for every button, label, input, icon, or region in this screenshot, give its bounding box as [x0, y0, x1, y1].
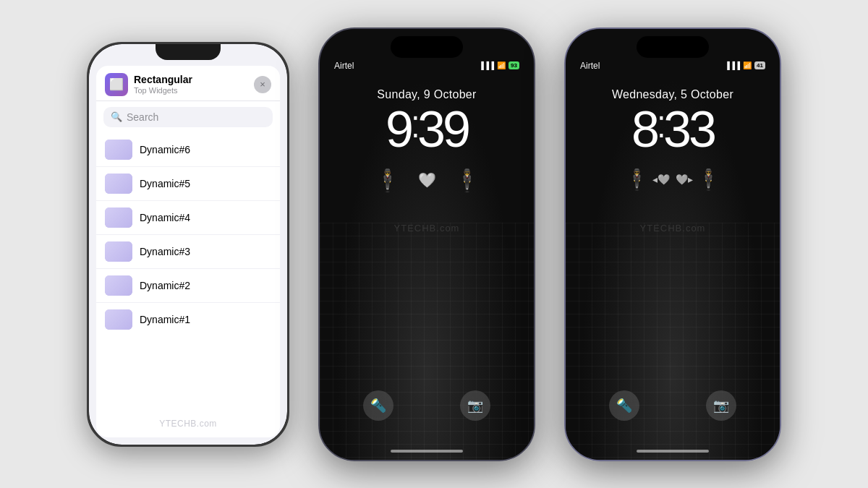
signal-icon: ▐▐▐ — [479, 61, 494, 69]
widget-label-3: Dynamic#3 — [140, 246, 190, 257]
list-item[interactable]: Dynamic#5 — [96, 167, 280, 201]
widget-header: ⬜ Rectangular Top Widgets × — [96, 66, 280, 101]
lock-screen-3: Airtel ▐▐▐ 📶 41 Wednesday, 5 October 8⁚3… — [566, 29, 780, 460]
bottom-controls-2: 🔦 📷 — [320, 390, 534, 450]
power-button — [534, 116, 535, 159]
close-button[interactable]: × — [254, 76, 271, 93]
phone-2: Airtel ▐▐▐ 📶 93 Sunday, 9 October 9⁚39 🕴… — [318, 27, 535, 461]
lock-time-2: 9⁚39 — [320, 104, 534, 155]
stick-figure-right-2: 🕴 — [454, 168, 480, 193]
status-icons-2: ▐▐▐ 📶 93 — [479, 61, 519, 69]
search-bar[interactable]: 🔍 Search — [103, 107, 273, 127]
list-item[interactable]: Dynamic#2 — [96, 269, 280, 303]
dynamic-island-3 — [637, 36, 709, 58]
stick-figure-right-3: 🕴 — [696, 168, 721, 192]
widget-thumb-1 — [105, 309, 132, 330]
carrier-2: Airtel — [334, 61, 354, 71]
widget-thumb-4 — [105, 207, 132, 228]
list-item[interactable]: Dynamic#4 — [96, 201, 280, 235]
lock-screen-2: Airtel ▐▐▐ 📶 93 Sunday, 9 October 9⁚39 🕴… — [320, 29, 534, 460]
time-digits-3: 8⁚33 — [631, 101, 714, 158]
torch-button-2[interactable]: 🔦 — [363, 390, 393, 421]
stick-figure-left-2: 🕴 — [374, 168, 401, 193]
arrow-right-3: 🤍▸ — [676, 174, 693, 185]
torch-button-3[interactable]: 🔦 — [609, 390, 639, 421]
widget-row-3: 🕴 ◂🤍 🤍▸ 🕴 — [566, 168, 780, 192]
watermark-1: YTECHB.com — [96, 410, 280, 437]
camera-button-2[interactable]: 📷 — [460, 390, 490, 421]
app-info: Rectangular Top Widgets — [134, 74, 192, 95]
status-icons-3: ▐▐▐ 📶 41 — [725, 61, 765, 69]
widget-picker-panel: ⬜ Rectangular Top Widgets × 🔍 Search Dyn… — [96, 66, 280, 437]
camera-button-3[interactable]: 📷 — [706, 390, 736, 421]
status-bar-2: Airtel ▐▐▐ 📶 93 — [320, 58, 534, 74]
widget-label-1: Dynamic#1 — [140, 314, 190, 325]
app-subtitle: Top Widgets — [134, 86, 192, 95]
phone-3: Airtel ▐▐▐ 📶 41 Wednesday, 5 October 8⁚3… — [564, 27, 781, 461]
widget-label-5: Dynamic#5 — [140, 178, 190, 189]
time-digits-2: 9⁚39 — [386, 101, 468, 158]
widget-header-left: ⬜ Rectangular Top Widgets — [105, 73, 192, 96]
widget-group-left: 🕴 ◂🤍 — [624, 168, 670, 192]
notch-1 — [156, 44, 221, 60]
home-indicator-2 — [391, 450, 463, 453]
status-bar-3: Airtel ▐▐▐ 📶 41 — [566, 58, 780, 74]
battery-badge-3: 41 — [754, 61, 765, 69]
widget-label-2: Dynamic#2 — [140, 280, 190, 291]
search-icon: 🔍 — [111, 111, 122, 122]
widget-label-6: Dynamic#6 — [140, 144, 190, 155]
widget-thumb-2 — [105, 275, 132, 296]
list-item[interactable]: Dynamic#1 — [96, 303, 280, 336]
search-placeholder: Search — [127, 111, 158, 123]
list-item[interactable]: Dynamic#3 — [96, 235, 280, 269]
widget-label-4: Dynamic#4 — [140, 212, 190, 223]
stick-figure-left-3: 🕴 — [624, 168, 650, 192]
dynamic-island-2 — [391, 36, 463, 58]
watermark-lock-3: YTECHB.com — [640, 223, 706, 234]
widget-area-2: 🕴 🤍 🕴 — [320, 168, 534, 193]
power-button-3 — [780, 116, 781, 159]
signal-icon-3: ▐▐▐ — [725, 61, 740, 69]
lock-date-2: Sunday, 9 October — [320, 88, 534, 101]
app-icon: ⬜ — [105, 73, 128, 96]
widget-group-right: 🤍▸ 🕴 — [676, 168, 721, 192]
wifi-icon-3: 📶 — [743, 61, 752, 69]
wifi-icon: 📶 — [497, 61, 506, 69]
bottom-controls-3: 🔦 📷 — [566, 390, 780, 450]
heart-icon-2: 🤍 — [418, 171, 436, 189]
lock-time-3: 8⁚33 — [566, 104, 780, 155]
battery-badge-2: 93 — [509, 61, 519, 69]
arrow-left-3: ◂🤍 — [652, 174, 670, 185]
home-indicator-3 — [637, 450, 709, 453]
phone-1: ⬜ Rectangular Top Widgets × 🔍 Search Dyn… — [87, 42, 289, 447]
widget-thumb-6 — [105, 140, 132, 160]
widget-thumb-3 — [105, 241, 132, 262]
lock-date-3: Wednesday, 5 October — [566, 88, 780, 101]
list-item[interactable]: Dynamic#6 — [96, 133, 280, 167]
watermark-lock-2: YTECHB.com — [394, 223, 460, 234]
carrier-3: Airtel — [580, 61, 600, 71]
widget-list: Dynamic#6 Dynamic#5 Dynamic#4 Dynamic#3 … — [96, 133, 280, 410]
app-name: Rectangular — [134, 74, 192, 86]
widget-thumb-5 — [105, 174, 132, 194]
